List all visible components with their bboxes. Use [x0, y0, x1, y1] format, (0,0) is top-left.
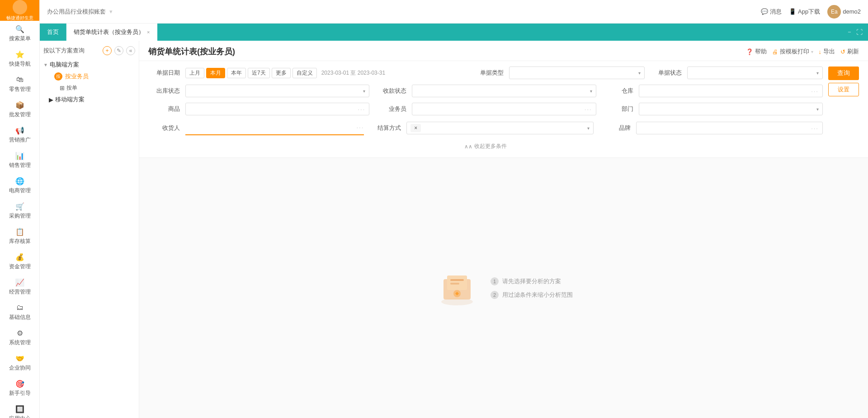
svg-rect-4: [450, 283, 459, 285]
app-download-btn[interactable]: 📱 App下载: [789, 8, 820, 16]
salesperson-badge: 按: [54, 72, 62, 81]
user-name: demo2: [843, 8, 861, 15]
tab-home[interactable]: 首页: [40, 24, 66, 41]
sidebar-item-inventory[interactable]: 📋库存核算: [0, 223, 40, 249]
collapse-btn[interactable]: ∧∧ 收起更多条件: [148, 141, 823, 152]
sidebar-label-operation: 经营管理: [9, 288, 31, 296]
sidebar-item-retail[interactable]: 🛍零售管理: [0, 71, 40, 97]
help-icon: ❓: [746, 48, 753, 55]
sidebar-label-basic: 基础信息: [9, 314, 31, 321]
operation-icon: 📈: [15, 278, 24, 287]
empty-illustration: [434, 266, 480, 311]
warehouse-dots: ···: [811, 88, 819, 95]
sidebar-item-sales[interactable]: 📊销售管理: [0, 147, 40, 173]
topbar-left: 办公用品行业模拟账套 ▾: [47, 8, 113, 16]
sidebar-item-system[interactable]: ⚙系统管理: [0, 325, 40, 350]
tree-expand-icon: ▼: [43, 62, 48, 67]
tab-report[interactable]: 销货单统计表（按业务员） ×: [66, 24, 157, 41]
print-icon: 🖨: [772, 48, 778, 55]
salesperson-dots: ···: [585, 106, 592, 113]
sidebar-label-sales: 销售管理: [9, 162, 31, 169]
settings-button[interactable]: 设置: [828, 83, 859, 96]
window-maximize-icon[interactable]: ⛶: [856, 28, 863, 36]
message-btn[interactable]: 💬 消息: [761, 8, 782, 16]
tree-grandchild-order[interactable]: ⊞ 按单: [43, 82, 135, 94]
payment-tag-close[interactable]: ×: [414, 125, 417, 131]
date-btn-lastmonth[interactable]: 上月: [185, 68, 204, 78]
sidebar-item-purchase[interactable]: 🛒采购管理: [0, 198, 40, 223]
refresh-label: 刷新: [847, 48, 859, 56]
brand-select[interactable]: ···: [636, 122, 823, 134]
collapse-panel-btn[interactable]: «: [126, 46, 135, 55]
date-btn-custom[interactable]: 自定义: [292, 68, 317, 78]
date-btn-more[interactable]: 更多: [272, 68, 291, 78]
query-button[interactable]: 查询: [828, 66, 859, 80]
tip-1-text: 请先选择要分析的方案: [502, 277, 561, 285]
add-scheme-btn[interactable]: +: [103, 46, 112, 55]
order-icon: ⊞: [60, 85, 65, 91]
tree-child-salesperson[interactable]: 按 按业务员: [43, 71, 135, 82]
inventory-icon: 📋: [15, 227, 24, 236]
wholesale-icon: 📦: [15, 100, 24, 109]
user-area[interactable]: Ea demo2: [827, 5, 861, 19]
goods-dots: ···: [358, 106, 365, 113]
tree-parent-mobile[interactable]: ▶ 移动端方案: [43, 94, 135, 105]
edit-scheme-btn[interactable]: ✎: [114, 46, 123, 55]
payment-select[interactable]: × ▾: [406, 122, 593, 134]
filter-row-4: 收货人 ··· 结算方式 × ▾: [148, 121, 823, 135]
refresh-icon: ↺: [840, 48, 845, 55]
sidebar-item-basic[interactable]: 🗂基础信息: [0, 299, 40, 325]
left-panel: 按以下方案查询 + ✎ « ▼ 电脑端方案 按 按业务员 ⊞ 按单: [40, 41, 139, 418]
date-btn-7days[interactable]: 近7天: [248, 68, 270, 78]
dept-select[interactable]: ▾: [639, 103, 823, 115]
breadcrumb: 办公用品行业模拟账套: [47, 8, 106, 16]
sidebar-item-wholesale[interactable]: 📦批发管理: [0, 97, 40, 122]
tabbar-actions: － ⛶: [841, 24, 868, 41]
action-buttons: 查询 设置: [828, 66, 859, 96]
export-btn[interactable]: ↓ 导出: [819, 48, 835, 56]
sidebar-item-enterprise[interactable]: 🤝企业协同: [0, 350, 40, 375]
page-header-actions: ❓ 帮助 🖨 按模板打印 ▾ ↓ 导出 ↺ 刷新: [746, 48, 859, 56]
tree-grandchild-order-label: 按单: [66, 84, 77, 92]
doc-status-chevron-icon: ▾: [816, 71, 819, 76]
sidebar-item-search[interactable]: 🔍搜索菜单: [0, 21, 40, 46]
window-minimize-icon[interactable]: －: [846, 28, 853, 36]
sidebar-item-newbie[interactable]: 🎯新手引导: [0, 375, 40, 401]
payment-chevron-icon: ▾: [587, 126, 590, 131]
warehouse-select[interactable]: ···: [639, 85, 823, 97]
topbar: 办公用品行业模拟账套 ▾ 💬 消息 📱 App下载 Ea demo2: [40, 0, 868, 24]
refresh-btn[interactable]: ↺ 刷新: [840, 48, 859, 56]
message-label: 消息: [770, 8, 782, 16]
sidebar-label-newbie: 新手引导: [9, 390, 31, 397]
purchase-icon: 🛒: [15, 202, 24, 211]
avatar: Ea: [827, 5, 841, 19]
tab-close-icon[interactable]: ×: [147, 29, 150, 35]
right-content: 销货单统计表(按业务员) ❓ 帮助 🖨 按模板打印 ▾ ↓ 导出: [139, 41, 868, 418]
recv-status-select[interactable]: ▾: [412, 85, 596, 97]
date-btn-thismonth[interactable]: 本月: [206, 68, 225, 78]
sidebar-item-marketing[interactable]: 📢营销推广: [0, 122, 40, 147]
tabbar: 首页 销货单统计表（按业务员） × － ⛶: [40, 24, 868, 41]
out-status-select[interactable]: ▾: [185, 85, 369, 97]
tree-parent-pc-label: 电脑端方案: [50, 61, 79, 69]
filter-row-1: 单据日期 上月 本月 本年 近7天 更多 自定义 20: [148, 66, 823, 79]
doc-type-select[interactable]: ▾: [509, 66, 645, 79]
goods-select[interactable]: ···: [185, 103, 369, 115]
sidebar-item-ecommerce[interactable]: 🌐电商管理: [0, 173, 40, 198]
logo-icon: [13, 0, 27, 14]
consignee-input[interactable]: [185, 121, 356, 133]
page-body: 按以下方案查询 + ✎ « ▼ 电脑端方案 按 按业务员 ⊞ 按单: [40, 41, 868, 418]
sidebar-item-nav[interactable]: ⭐快捷导航: [0, 46, 40, 71]
print-label: 按模板打印: [780, 48, 809, 56]
sidebar-label-marketing: 营销推广: [9, 136, 31, 144]
sidebar-item-operation[interactable]: 📈经营管理: [0, 274, 40, 299]
salesperson-select[interactable]: ···: [412, 103, 596, 115]
help-btn[interactable]: ❓ 帮助: [746, 48, 767, 56]
date-btn-thisyear[interactable]: 本年: [227, 68, 246, 78]
tree-parent-pc[interactable]: ▼ 电脑端方案: [43, 59, 135, 71]
print-btn[interactable]: 🖨 按模板打印 ▾: [772, 48, 813, 56]
sidebar-item-finance[interactable]: 💰资金管理: [0, 249, 40, 274]
doc-status-select[interactable]: ▾: [687, 66, 823, 79]
out-status-chevron-icon: ▾: [363, 89, 365, 94]
sidebar-item-apps[interactable]: 🔲应用中心: [0, 401, 40, 418]
